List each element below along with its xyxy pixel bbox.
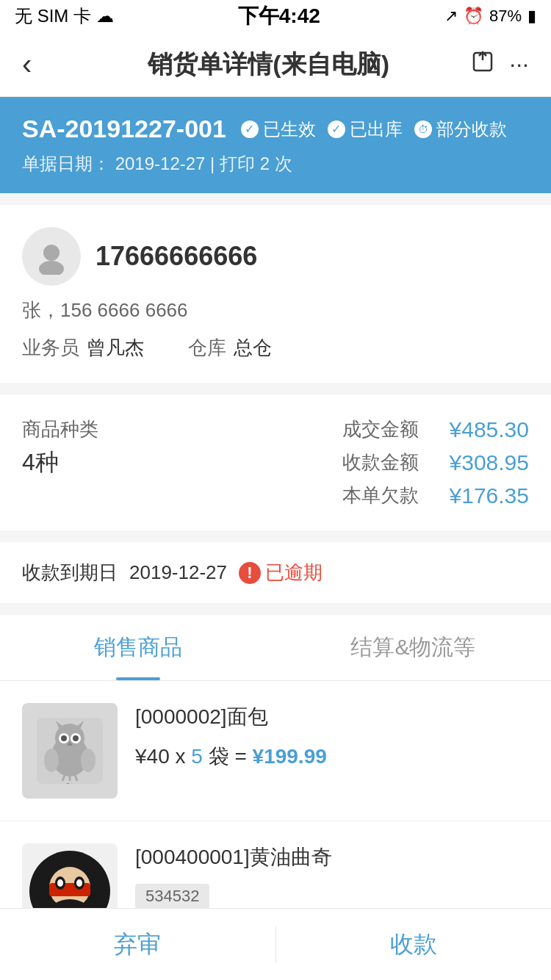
- due-section: 收款到期日 2019-12-27 ! 已逾期: [0, 542, 551, 603]
- status-right: ↗ ⏰ 87% ▮: [444, 7, 536, 26]
- debt-label: 本单欠款: [342, 483, 419, 508]
- alarm-icon: ⏰: [464, 7, 483, 26]
- avatar: [22, 227, 81, 286]
- product-name-2: [000400001]黄油曲奇: [135, 843, 529, 871]
- product-thumb-1: B+: [22, 703, 118, 799]
- more-button[interactable]: ···: [509, 51, 529, 78]
- tab-settlement[interactable]: 结算&物流等: [276, 615, 551, 680]
- product-count: 商品种类 4种: [22, 417, 98, 479]
- status-badge-partial: ⏱ 部分收款: [414, 118, 507, 141]
- sim-status: 无 SIM 卡 ☁: [15, 4, 114, 28]
- amount-row-debt: 本单欠款 ¥176.35: [342, 483, 529, 508]
- overdue-text: 已逾期: [265, 560, 323, 586]
- product-price-1: ¥40 x 5 袋 = ¥199.99: [135, 743, 529, 771]
- total-1: ¥199.99: [253, 745, 327, 768]
- debt-value: ¥176.35: [433, 483, 529, 508]
- type-value: 4种: [22, 447, 98, 479]
- product-tag-2: 534532: [135, 884, 209, 909]
- overdue-badge: ! 已逾期: [239, 560, 323, 586]
- svg-point-26: [76, 879, 82, 887]
- status-time: 下午4:42: [238, 2, 320, 30]
- collected-value: ¥308.95: [433, 450, 529, 475]
- nav-actions: ···: [471, 50, 529, 79]
- equals-1: =: [234, 745, 252, 768]
- amounts: 成交金额 ¥485.30 收款金额 ¥308.95 本单欠款 ¥176.35: [342, 417, 529, 508]
- tab-sales-products[interactable]: 销售商品: [0, 615, 276, 680]
- status-badges: ✓ 已生效 ✓ 已出库 ⏱ 部分收款: [241, 118, 507, 141]
- overdue-icon: !: [239, 562, 261, 584]
- customer-name: 17666666666: [96, 241, 257, 272]
- back-button[interactable]: ‹: [22, 48, 66, 81]
- collect-payment-button[interactable]: 收款: [276, 911, 552, 979]
- svg-point-14: [44, 749, 59, 772]
- amount-label: 成交金额: [342, 417, 419, 442]
- status-left: 无 SIM 卡 ☁: [15, 4, 114, 28]
- salesperson-label: 业务员: [22, 335, 79, 361]
- customer-info: 张，156 6666 6666: [22, 298, 529, 323]
- salesperson-value: 曾凡杰: [87, 335, 144, 361]
- share-button[interactable]: [471, 50, 494, 79]
- svg-text:B+: B+: [66, 782, 73, 784]
- quantity-1: 5: [191, 745, 203, 768]
- warehouse-label: 仓库: [188, 335, 226, 361]
- order-id: SA-20191227-001: [22, 115, 226, 143]
- location-icon: ↗: [444, 7, 458, 26]
- battery-icon: ▮: [527, 7, 536, 26]
- warehouse-value: 总仓: [234, 335, 272, 361]
- type-label: 商品种类: [22, 417, 98, 442]
- tabs-row: 销售商品 结算&物流等: [0, 615, 551, 681]
- cancel-audit-button[interactable]: 弃审: [0, 911, 276, 979]
- svg-point-15: [81, 749, 96, 772]
- status-badge-shipped: ✓ 已出库: [328, 118, 403, 141]
- page-title: 销货单详情(来自电脑): [148, 48, 389, 82]
- bottom-bar: 弃审 收款: [0, 908, 551, 980]
- svg-point-3: [39, 261, 64, 275]
- price-sep-1: x: [176, 745, 192, 768]
- amount-row-total: 成交金额 ¥485.30: [342, 417, 529, 442]
- nav-bar: ‹ 销货单详情(来自电脑) ···: [0, 32, 551, 97]
- order-header: SA-20191227-001 ✓ 已生效 ✓ 已出库 ⏱ 部分收款 单据日期：…: [0, 97, 551, 193]
- check-icon-2: ✓: [328, 120, 345, 138]
- product-name-1: [0000002]面包: [135, 703, 529, 731]
- unit-1: 袋: [209, 745, 229, 768]
- svg-point-2: [43, 245, 60, 261]
- clock-icon: ⏱: [414, 120, 432, 138]
- order-date: 单据日期： 2019-12-27 | 打印 2 次: [22, 152, 529, 176]
- svg-point-10: [73, 735, 79, 741]
- due-date: 2019-12-27: [129, 561, 227, 584]
- amount-value: ¥485.30: [433, 417, 529, 442]
- summary-section: 商品种类 4种 成交金额 ¥485.30 收款金额 ¥308.95 本单欠款 ¥…: [0, 394, 551, 530]
- salesperson-field: 业务员 曾凡杰: [22, 335, 144, 361]
- check-icon-1: ✓: [241, 120, 259, 138]
- customer-meta: 业务员 曾凡杰 仓库 总仓: [22, 335, 529, 361]
- status-bar: 无 SIM 卡 ☁ 下午4:42 ↗ ⏰ 87% ▮: [0, 0, 551, 32]
- collected-label: 收款金额: [342, 450, 419, 475]
- customer-section: 17666666666 张，156 6666 6666 业务员 曾凡杰 仓库 总…: [0, 205, 551, 383]
- warehouse-field: 仓库 总仓: [188, 335, 272, 361]
- price-base-1: ¥40: [135, 745, 170, 768]
- status-badge-active: ✓ 已生效: [241, 118, 316, 141]
- battery-status: 87%: [489, 7, 522, 26]
- amount-row-collected: 收款金额 ¥308.95: [342, 450, 529, 475]
- svg-point-9: [61, 735, 67, 741]
- due-label: 收款到期日: [22, 560, 118, 586]
- product-info-1: [0000002]面包 ¥40 x 5 袋 = ¥199.99: [135, 703, 529, 771]
- product-item-1: B+ [0000002]面包 ¥40 x 5 袋 = ¥199.99: [0, 681, 551, 821]
- svg-point-25: [57, 879, 63, 887]
